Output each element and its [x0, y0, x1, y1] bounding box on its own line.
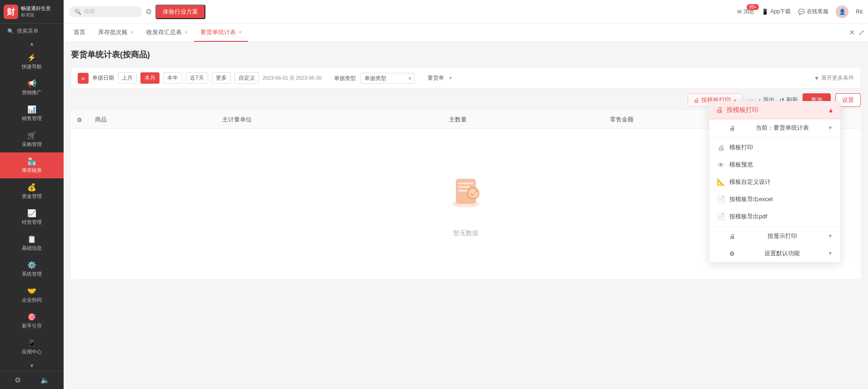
- sidebar-item-apps[interactable]: 📱 应用中心: [0, 334, 64, 360]
- user-avatar[interactable]: 👤: [836, 5, 848, 18]
- th-settings[interactable]: ⚙: [71, 111, 90, 129]
- operation-icon: 📈: [27, 209, 36, 217]
- sidebar-item-label: 基础信息: [22, 245, 42, 252]
- search-icon: 🔍: [7, 28, 14, 35]
- sidebar-item-label: 经营管理: [22, 219, 42, 226]
- current-month-button[interactable]: 本月: [140, 72, 160, 84]
- sound-icon[interactable]: 🔈: [40, 376, 50, 384]
- template-preview-label: 模板预览: [729, 161, 753, 169]
- cooperation-icon: 🤝: [27, 287, 36, 295]
- display-print-label: 按显示打印: [768, 232, 797, 240]
- current-template-item[interactable]: 🖨 当前：要货单统计表 ▼: [709, 119, 840, 136]
- close-all-tabs-button[interactable]: ✕: [849, 28, 855, 37]
- template-design-item[interactable]: 📐 模板自定义设计: [709, 173, 840, 191]
- topbar-settings-icon[interactable]: ⚙: [145, 7, 152, 16]
- tab-order-summary[interactable]: 要货单统计表 ×: [194, 24, 248, 42]
- sidebar-nav: ⚡ 快捷导航 📢 营销推广 📊 销售管理 🛒 采购管理 🏪 库存核算 💰 资金管…: [0, 49, 64, 361]
- sidebar-bottom: ⚙ 🔈: [0, 371, 64, 389]
- sidebar-item-finance[interactable]: 💰 资金管理: [0, 178, 64, 204]
- page-title: 要货单统计表(按商品): [71, 49, 861, 60]
- sidebar-scroll-down[interactable]: ▼: [0, 361, 64, 371]
- display-print-item[interactable]: 🖨 按显示打印 ▼: [709, 227, 840, 245]
- svg-rect-3: [458, 186, 470, 188]
- expand-label: 展开更多条件: [821, 74, 854, 82]
- sidebar-item-cooperation[interactable]: 🤝 企业协同: [0, 282, 64, 308]
- template-print-icon: 🖨: [717, 144, 725, 152]
- sidebar-item-sales[interactable]: 📊 销售管理: [0, 101, 64, 126]
- apps-icon: 📱: [27, 338, 36, 347]
- template-print-item[interactable]: 🖨 模板打印: [709, 139, 840, 156]
- current-year-button[interactable]: 本年: [163, 72, 182, 84]
- sidebar-item-purchase[interactable]: 🛒 采购管理: [0, 126, 64, 152]
- app-name: 畅捷通好生意: [21, 5, 51, 11]
- search-bar[interactable]: 🔍 搜索: [69, 6, 142, 17]
- newbie-icon: 🎯: [27, 313, 36, 321]
- tab-order-summary-close[interactable]: ×: [239, 29, 242, 35]
- tab-collection-summary-close[interactable]: ×: [185, 29, 188, 35]
- tab-inventory-batch[interactable]: 库存批次账 ×: [92, 24, 140, 42]
- tabbar-actions: ✕ ⤢: [849, 28, 864, 37]
- app-logo: 财 畅捷通好生意 标准版: [0, 0, 64, 24]
- trial-button[interactable]: 体验行业方案: [155, 5, 205, 19]
- sidebar-item-label: 营销推广: [22, 89, 42, 96]
- username-label[interactable]: Rit: [856, 9, 863, 15]
- template-preview-icon: 👁: [717, 161, 725, 169]
- order-type-dropdown-wrap: 单据类型 单据类型 ▼: [334, 73, 415, 84]
- online-service-button[interactable]: 💬 在线客服: [798, 8, 828, 15]
- th-quantity: 主数量: [444, 111, 604, 129]
- tab-inventory-batch-label: 库存批次账: [98, 28, 128, 36]
- expand-tabs-button[interactable]: ⤢: [858, 28, 864, 37]
- set-default-item[interactable]: ⚙ 设置默认功能 ▼: [709, 245, 840, 262]
- sidebar-item-basic[interactable]: 📋 基础信息: [0, 230, 64, 256]
- dropdown-divider-2: [709, 226, 840, 227]
- template-export-pdf-item[interactable]: 📄 按模板导出pdf: [709, 208, 840, 225]
- current-template-icon: 🖨: [729, 125, 735, 131]
- custom-date-button[interactable]: 自定义: [234, 72, 259, 84]
- sidebar-item-label: 企业协同: [22, 297, 42, 303]
- expand-conditions-button[interactable]: ▼ 展开更多条件: [814, 74, 854, 82]
- order-status-arrow-icon: ▼: [449, 76, 453, 81]
- message-icon: ✉: [737, 9, 742, 15]
- sidebar-item-wechat[interactable]: 💬 企业微信: [0, 360, 64, 361]
- print-dropdown-header-icon: 🖨: [716, 106, 723, 114]
- sidebar-item-quick-nav[interactable]: ⚡ 快捷导航: [0, 49, 64, 75]
- settings-icon[interactable]: ⚙: [15, 376, 21, 384]
- tab-collection-summary[interactable]: 收发存汇总表 ×: [140, 24, 194, 42]
- sidebar-scroll-up[interactable]: ▲: [0, 39, 64, 49]
- template-preview-item[interactable]: 👁 模板预览: [709, 156, 840, 173]
- sidebar-item-operation[interactable]: 📈 经营管理: [0, 204, 64, 230]
- filter-toggle-button[interactable]: »: [78, 73, 89, 84]
- tab-order-summary-label: 要货单统计表: [200, 28, 236, 36]
- sidebar-item-newbie[interactable]: 🎯 新手引导: [0, 308, 64, 334]
- set-default-icon: ⚙: [729, 250, 735, 257]
- app-download-button[interactable]: 📱 App下载: [762, 8, 791, 15]
- purchase-icon: 🛒: [27, 131, 36, 140]
- template-print-label: 模板打印: [729, 143, 753, 152]
- prev-month-button[interactable]: 上月: [118, 72, 137, 84]
- print-dropdown-collapse-icon[interactable]: ▲: [828, 106, 834, 114]
- tab-inventory-batch-close[interactable]: ×: [130, 29, 134, 35]
- message-button[interactable]: ✉ 消息 99+: [737, 8, 754, 15]
- template-export-excel-item[interactable]: 📄 按模板导出excel: [709, 191, 840, 208]
- sidebar-item-inventory[interactable]: 🏪 库存核算: [0, 152, 64, 178]
- main-content: 🔍 搜索 ⚙ 体验行业方案 ✉ 消息 99+ 📱 App下载 💬 在线客服 👤 …: [64, 0, 868, 389]
- tab-home-label: 首页: [74, 28, 85, 36]
- th-unit: 主计量单位: [217, 111, 444, 129]
- current-template-label: 当前：要货单统计表: [756, 124, 809, 132]
- service-label: 在线客服: [807, 8, 828, 15]
- sidebar-item-system[interactable]: ⚙️ 系统管理: [0, 256, 64, 282]
- search-menu[interactable]: 🔍 搜索菜单: [0, 24, 64, 39]
- tabbar: 首页 库存批次账 × 收发存汇总表 × 要货单统计表 × ✕ ⤢: [64, 24, 868, 42]
- template-export-excel-icon: 📄: [717, 195, 725, 203]
- tab-home[interactable]: 首页: [67, 24, 92, 42]
- more-date-button[interactable]: 更多: [212, 72, 231, 84]
- order-type-select[interactable]: 单据类型: [360, 73, 415, 84]
- sidebar-item-label: 应用中心: [22, 349, 42, 355]
- template-design-icon: 📐: [717, 178, 725, 186]
- last-7-days-button[interactable]: 近7天: [186, 72, 208, 84]
- topbar-left: 🔍 搜索 ⚙ 体验行业方案: [69, 5, 205, 19]
- topbar-right: ✉ 消息 99+ 📱 App下载 💬 在线客服 👤 Rit: [737, 5, 863, 18]
- sidebar-item-label: 采购管理: [22, 141, 42, 148]
- sidebar-item-marketing[interactable]: 📢 营销推广: [0, 75, 64, 101]
- sidebar-item-label: 系统管理: [22, 271, 42, 278]
